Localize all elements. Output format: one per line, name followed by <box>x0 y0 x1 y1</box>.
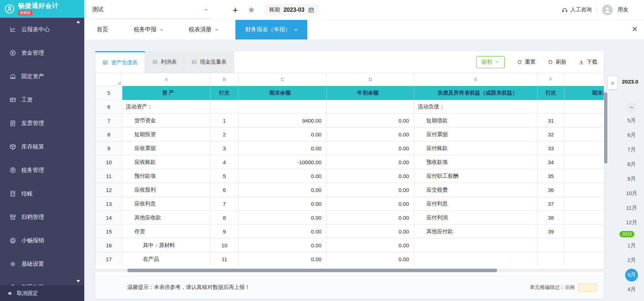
sidebar-item-guide[interactable]: 新手引导 <box>0 276 84 285</box>
download-button[interactable]: 下载 <box>579 59 597 65</box>
cell-F7[interactable]: 31 <box>538 114 564 128</box>
cell-D9[interactable]: 0.00 <box>327 141 414 155</box>
column-header-F[interactable]: F <box>538 73 564 86</box>
cell-D14[interactable]: 0.00 <box>327 211 414 225</box>
cell-B8[interactable]: 2 <box>211 128 239 141</box>
brand-area[interactable]: 畅捷通好会计 旗舰版 <box>0 0 84 18</box>
row-number[interactable]: 9 <box>96 141 122 155</box>
vertical-scrollbar[interactable] <box>604 90 607 269</box>
cell-C6[interactable] <box>239 100 327 114</box>
cell-G5[interactable]: 期末余额 <box>564 86 604 100</box>
cell-F9[interactable]: 33 <box>538 141 564 155</box>
scrollbar-thumb[interactable] <box>604 92 607 163</box>
row-number[interactable]: 7 <box>96 114 122 128</box>
row-number[interactable]: 12 <box>96 183 122 197</box>
cell-D13[interactable]: 0.00 <box>327 197 414 211</box>
sidebar-item-reimburse[interactable]: 小畅报销 <box>0 229 84 252</box>
close-icon[interactable]: × <box>632 25 638 34</box>
rail-scroll-up-button[interactable] <box>626 102 637 113</box>
cell-G10[interactable] <box>564 155 604 169</box>
cell-C12[interactable]: 0.00 <box>239 183 327 197</box>
tab-close-icon[interactable]: × <box>294 27 298 33</box>
cell-C9[interactable]: 0.00 <box>239 141 327 155</box>
cell-C11[interactable]: 0.00 <box>239 169 327 183</box>
cell-C7[interactable]: 9400.00 <box>239 114 327 128</box>
cell-A8[interactable]: 短期投资 <box>122 128 211 141</box>
month-item-8[interactable]: 8月 <box>627 157 635 172</box>
cell-E6[interactable]: 流动负债： <box>414 100 538 114</box>
cell-D10[interactable]: 0.00 <box>327 155 414 169</box>
cell-C17[interactable]: 0.00 <box>239 252 327 266</box>
row-number[interactable]: 15 <box>96 225 122 238</box>
cell-B17[interactable]: 11 <box>211 252 239 266</box>
cell-A6[interactable]: 流动资产： <box>122 100 211 114</box>
cell-D5[interactable]: 年初余额 <box>327 86 414 100</box>
cell-C15[interactable]: 0.00 <box>239 225 327 238</box>
cell-C10[interactable]: -10000.00 <box>239 155 327 169</box>
row-number[interactable]: 6 <box>96 100 122 114</box>
sidebar-item-tax[interactable]: 税务管理 <box>0 158 84 182</box>
cell-E17[interactable] <box>414 252 538 266</box>
period-filter-dropdown[interactable]: 期初 <box>476 56 505 68</box>
row-number[interactable]: 16 <box>96 238 122 252</box>
sidebar-item-salary[interactable]: 工资 <box>0 88 84 112</box>
cell-F10[interactable]: 34 <box>538 155 564 169</box>
sidebar-scroll-down-icon[interactable] <box>76 280 80 283</box>
cell-B12[interactable]: 6 <box>211 183 239 197</box>
add-button[interactable]: + <box>233 5 238 15</box>
cell-D7[interactable]: 0.00 <box>327 114 414 128</box>
cell-D15[interactable]: 0.00 <box>327 225 414 238</box>
cell-G16[interactable] <box>564 238 604 252</box>
cell-F8[interactable]: 32 <box>538 128 564 141</box>
month-item-7[interactable]: 7月 <box>627 143 635 157</box>
cell-B16[interactable]: 10 <box>211 238 239 252</box>
row-number[interactable]: 17 <box>96 252 122 266</box>
account-select[interactable]: 测试 <box>89 4 212 19</box>
report-tab-cash-flow[interactable]: 现金流量表 <box>184 51 234 73</box>
cell-A13[interactable]: 应收利息 <box>122 197 211 211</box>
cell-E12[interactable]: 应交税费 <box>414 183 538 197</box>
avatar[interactable] <box>602 5 613 15</box>
cell-G12[interactable] <box>564 183 604 197</box>
cell-B10[interactable]: 4 <box>211 155 239 169</box>
cell-F14[interactable]: 38 <box>538 211 564 225</box>
cell-B9[interactable]: 3 <box>211 141 239 155</box>
period-selector[interactable]: 账期 2023-03 <box>264 4 319 16</box>
cell-C8[interactable]: 0.00 <box>239 128 327 141</box>
column-header-G[interactable]: G <box>564 73 604 86</box>
cell-E15[interactable]: 其他应付款 <box>414 225 538 238</box>
month-item-2[interactable]: 2月 <box>627 253 635 268</box>
column-header-B[interactable]: B <box>211 73 239 86</box>
cell-A15[interactable]: 存货 <box>122 225 211 238</box>
scrollbar-thumb[interactable] <box>127 269 497 272</box>
cell-G9[interactable] <box>564 141 604 155</box>
cell-B15[interactable]: 9 <box>211 225 239 238</box>
cell-G7[interactable] <box>564 114 604 128</box>
tab-tax-filing[interactable]: 税务申报× <box>125 20 172 39</box>
row-number[interactable]: 8 <box>96 128 122 141</box>
cell-E11[interactable]: 应付职工薪酬 <box>414 169 538 183</box>
cell-E14[interactable]: 应付利润 <box>414 211 538 225</box>
cell-E9[interactable]: 应付账款 <box>414 141 538 155</box>
cell-G15[interactable] <box>564 225 604 238</box>
cell-A10[interactable]: 应收账款 <box>122 155 211 169</box>
cell-E5[interactable]: 负债及所有者权益（或股东权益） <box>414 86 538 100</box>
cell-D12[interactable]: 0.00 <box>327 183 414 197</box>
cell-C14[interactable]: 0.00 <box>239 211 327 225</box>
cell-A9[interactable]: 应收票据 <box>122 141 211 155</box>
reset-button[interactable]: 重置 <box>517 59 536 65</box>
sidebar-item-archive[interactable]: 归档管理 <box>0 205 84 229</box>
sidebar-item-fixed-assets[interactable]: 固定资产 <box>0 65 84 88</box>
sidebar-scroll-up-icon[interactable] <box>76 21 80 23</box>
cell-G6[interactable] <box>564 100 604 114</box>
cell-C5[interactable]: 期末余额 <box>239 86 327 100</box>
cell-A16[interactable]: 其中：原材料 <box>122 238 211 252</box>
column-header-E[interactable]: E <box>414 73 538 86</box>
cell-D17[interactable]: 0.00 <box>327 252 414 266</box>
tab-financial-report[interactable]: 财务报表（年报）× <box>235 20 308 39</box>
sidebar-item-closing[interactable]: 结账 <box>0 182 84 205</box>
row-number[interactable]: 10 <box>96 155 122 169</box>
cell-A17[interactable]: 在产品 <box>122 252 211 266</box>
cell-C13[interactable]: 0.00 <box>239 197 327 211</box>
month-item-5[interactable]: 5月 <box>627 113 635 128</box>
